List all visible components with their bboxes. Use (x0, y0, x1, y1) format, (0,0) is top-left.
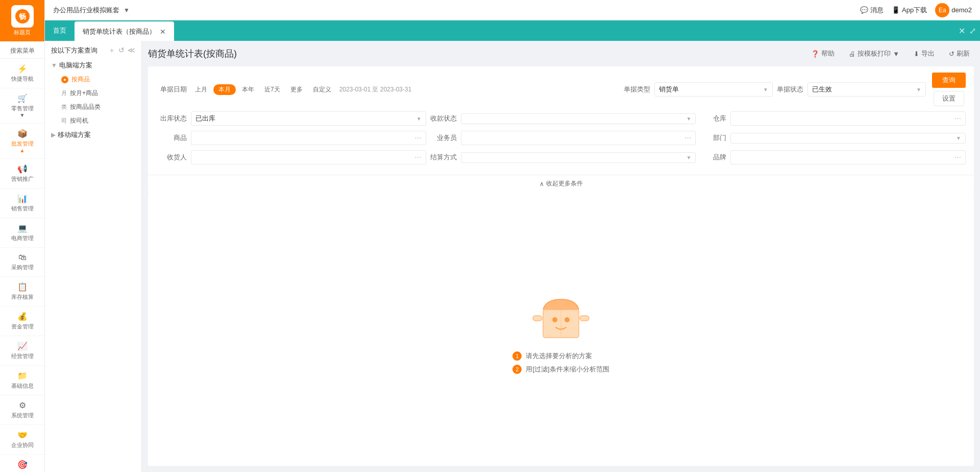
sidebar-item-shortcut[interactable]: ⚡ 快捷导航 (0, 59, 44, 88)
system-icon: ⚙ (19, 400, 26, 410)
app-download-button[interactable]: 📱 App下载 (892, 6, 927, 15)
refresh-button[interactable]: ↺ 刷新 (945, 47, 974, 60)
sidebar-item-wholesale[interactable]: 📦 批发管理 ▲ (0, 124, 44, 159)
marketing-icon: 📢 (17, 164, 28, 174)
tab-sales-stat[interactable]: 销货单统计表（按商品） ✕ (75, 21, 174, 42)
product-dots[interactable]: ··· (414, 133, 421, 143)
tab-close-icon[interactable]: ✕ (160, 28, 166, 36)
filter-doc-type: 单据类型 销货单 ▼ (620, 82, 773, 97)
product-label: 商品 (156, 133, 187, 143)
sidebar-item-newbie[interactable]: 🎯 新手引导 (0, 455, 44, 472)
tip-num-2: 2 (512, 365, 522, 374)
refresh-scheme-button[interactable]: ↺ (118, 46, 125, 55)
action-buttons: 查询 设置 (932, 73, 966, 106)
sidebar-item-basic[interactable]: 📁 基础信息 (0, 366, 44, 395)
empty-content: 1 请先选择要分析的方案 2 用[过滤]条件来缩小分析范围 (512, 284, 609, 374)
brand-dots[interactable]: ··· (954, 153, 961, 162)
query-button[interactable]: 查询 (932, 73, 966, 88)
doc-type-label: 单据类型 (620, 85, 650, 94)
salesperson-input[interactable]: ··· (461, 131, 696, 145)
tree-pc-header[interactable]: ▼ 电脑端方案 (45, 58, 141, 73)
tab-home[interactable]: 首页 (45, 20, 75, 41)
date-btn-prev-month[interactable]: 上月 (191, 84, 211, 95)
close-window-icon[interactable]: ✕ (959, 26, 965, 36)
tree-mobile-header[interactable]: ▶ 移动端方案 (45, 128, 141, 142)
purchase-icon: 🛍 (18, 253, 27, 262)
tab-sales-stat-label: 销货单统计表（按商品） (83, 27, 156, 36)
warehouse-status-arrow: ▼ (416, 116, 422, 122)
brand-input[interactable]: ··· (730, 150, 966, 164)
app-download-label: App下载 (902, 6, 927, 15)
message-button[interactable]: 💬 消息 (860, 6, 884, 15)
user-profile[interactable]: Ea demo2 (935, 3, 972, 17)
tree-item-by-supplier[interactable]: 司 按司机 (45, 114, 141, 128)
sidebar-item-enterprise[interactable]: 🤝 企业协同 (0, 425, 44, 455)
left-panel-header: 按以下方案查询 ＋ ↺ ≪ (45, 41, 141, 58)
topbar-dropdown[interactable]: ▼ (124, 7, 130, 14)
empty-tips: 1 请先选择要分析的方案 2 用[过滤]条件来缩小分析范围 (512, 351, 609, 374)
tree-item-by-month-product[interactable]: 月 按月+商品 (45, 86, 141, 100)
date-btn-custom[interactable]: 自定义 (309, 84, 335, 95)
page-header: 销货单统计表(按商品) ❓ 帮助 🖨 按模板打印 ▼ ⬇ 导出 (148, 47, 974, 60)
settlement-label: 结算方式 (426, 153, 457, 162)
salesperson-dots[interactable]: ··· (684, 133, 691, 143)
date-btn-current-year[interactable]: 本年 (238, 84, 258, 95)
date-btn-7days[interactable]: 近7天 (260, 84, 284, 95)
add-scheme-button[interactable]: ＋ (108, 46, 115, 55)
tab-home-label: 首页 (53, 26, 66, 35)
warehouse-dots[interactable]: ··· (954, 114, 961, 123)
basic-icon: 📁 (17, 371, 28, 381)
sidebar-item-purchase[interactable]: 🛍 采购管理 (0, 248, 44, 277)
recipient-dots[interactable]: ··· (414, 153, 421, 162)
wholesale-label: 批发管理 (11, 140, 34, 148)
date-control: 上月 本月 本年 近7天 更多 自定义 2023-03-01 至 2023-03… (191, 84, 620, 95)
by-category-label: 按商品品类 (70, 103, 101, 111)
sidebar-item-ecommerce[interactable]: 💻 电商管理 (0, 218, 44, 248)
department-select[interactable]: ▼ (730, 133, 966, 144)
collapse-panel-button[interactable]: ≪ (128, 46, 135, 55)
sidebar-item-system[interactable]: ⚙ 系统管理 (0, 395, 44, 425)
settings-button[interactable]: 设置 (934, 91, 964, 106)
date-group: 上月 本月 本年 近7天 更多 自定义 2023-03-01 至 2023-03… (191, 84, 411, 95)
warehouse-label: 仓库 (696, 114, 726, 123)
collapse-button[interactable]: ∧ 收起更多条件 (148, 175, 974, 192)
svg-point-3 (552, 317, 557, 322)
tree-item-by-product[interactable]: ● 按商品 (45, 73, 141, 86)
filter-row-2: 出库状态 已出库 ▼ 收款状态 ▼ (156, 111, 966, 126)
sidebar-item-retail[interactable]: 🛒 零售管理 ▼ (0, 88, 44, 124)
product-input[interactable]: ··· (191, 131, 426, 145)
by-supplier-label: 按司机 (70, 116, 88, 125)
sidebar-item-finance[interactable]: 💰 资金管理 (0, 306, 44, 336)
help-button[interactable]: ❓ 帮助 (807, 47, 839, 60)
recipient-input[interactable]: ··· (191, 150, 426, 164)
by-category-icon: 类 (61, 103, 67, 111)
retail-label: 零售管理 (11, 105, 34, 112)
filter-payment-status: 收款状态 ▼ (426, 113, 696, 124)
sidebar-search[interactable]: 搜索菜单 (0, 41, 44, 59)
doc-type-select[interactable]: 销货单 ▼ (654, 82, 773, 97)
payment-status-select[interactable]: ▼ (461, 113, 696, 124)
sales-icon: 📊 (17, 194, 28, 203)
warehouse-input[interactable]: ··· (730, 111, 966, 126)
sidebar-item-operations[interactable]: 📈 经营管理 (0, 336, 44, 366)
date-btn-current-month[interactable]: 本月 (213, 84, 236, 95)
sidebar-item-sales[interactable]: 📊 销售管理 (0, 188, 44, 218)
sidebar-item-inventory[interactable]: 📋 库存核算 (0, 277, 44, 306)
warehouse-status-select[interactable]: 已出库 ▼ (191, 111, 426, 126)
filter-row-1: 单据日期 上月 本月 本年 近7天 更多 自定义 2023-03-01 至 20… (156, 73, 966, 106)
svg-point-4 (565, 317, 570, 322)
maximize-window-icon[interactable]: ⤢ (969, 26, 976, 36)
date-btn-more[interactable]: 更多 (286, 84, 307, 95)
export-button[interactable]: ⬇ 导出 (910, 47, 939, 60)
settlement-select[interactable]: ▼ (461, 152, 696, 163)
sidebar-item-marketing[interactable]: 📢 营销推广 (0, 159, 44, 188)
doc-status-select[interactable]: 已生效 ▼ (807, 82, 926, 97)
basic-label: 基础信息 (11, 382, 34, 390)
print-button[interactable]: 🖨 按模板打印 ▼ (845, 47, 903, 60)
doc-type-arrow: ▼ (763, 87, 768, 92)
help-label: 帮助 (821, 49, 835, 58)
filter-product: 商品 ··· (156, 131, 426, 145)
system-label: 系统管理 (11, 412, 34, 419)
tree-item-by-category[interactable]: 类 按商品品类 (45, 100, 141, 114)
operations-icon: 📈 (17, 341, 28, 351)
